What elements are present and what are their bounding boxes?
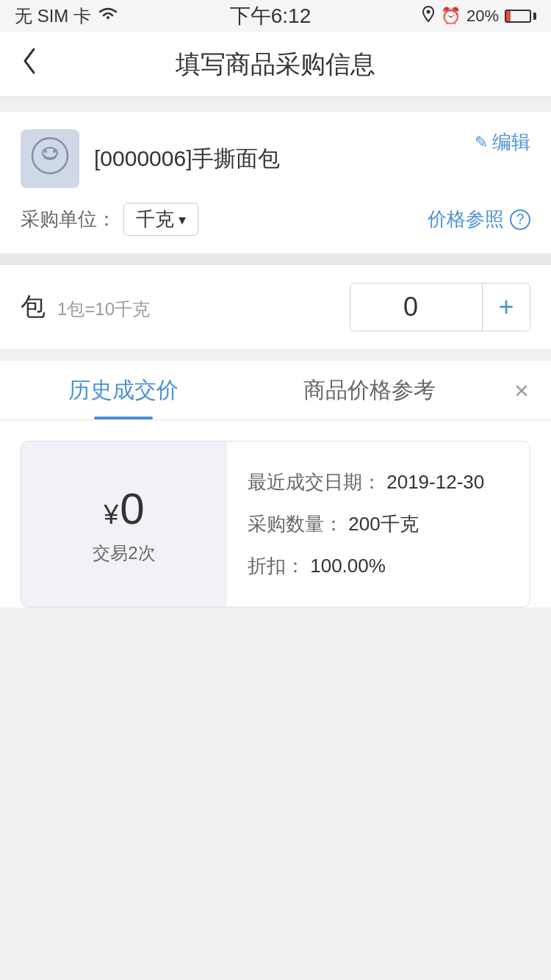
discount-label: 折扣：	[248, 555, 305, 577]
product-card: [0000006]手撕面包 ✎ 编辑 采购单位： 千克 ▾ 价格参照 ?	[0, 112, 551, 253]
tabs-header: 历史成交价 商品价格参考 ×	[0, 361, 551, 420]
discount-row: 折扣： 100.00%	[248, 552, 509, 580]
wifi-icon	[97, 6, 119, 26]
tab-historical-price[interactable]: 历史成交价	[0, 361, 246, 419]
status-bar: 无 SIM 卡 下午6:12 ⏰ 20%	[0, 0, 551, 32]
unit-label-group: 采购单位： 千克 ▾	[21, 203, 198, 236]
currency-symbol: ¥	[104, 500, 118, 530]
product-footer: 采购单位： 千克 ▾ 价格参照 ?	[21, 203, 530, 236]
svg-point-1	[32, 138, 68, 173]
price-details-panel: 最近成交日期： 2019-12-30 采购数量： 200千克 折扣： 100.0…	[227, 442, 530, 607]
edit-button[interactable]: ✎ 编辑	[475, 129, 530, 155]
page-footer	[0, 628, 551, 980]
battery-percent: 20%	[467, 7, 499, 26]
price-number: 0	[120, 483, 144, 534]
quantity-hint: 1包=10千克	[57, 298, 150, 321]
edit-label: 编辑	[492, 129, 530, 155]
discount-value: 100.00%	[310, 555, 386, 577]
price-ref-help-icon: ?	[510, 209, 530, 230]
product-header: [0000006]手撕面包 ✎ 编辑	[21, 129, 530, 188]
back-button[interactable]	[21, 46, 38, 82]
quantity-row: 包 1包=10千克 +	[0, 265, 551, 349]
tab-product-price-ref[interactable]: 商品价格参考	[246, 361, 492, 419]
quantity-unit-info: 包 1包=10千克	[21, 290, 150, 324]
status-right: ⏰ 20%	[422, 6, 536, 26]
quantity-value: 200千克	[348, 513, 418, 535]
price-ref-label: 价格参照	[428, 206, 504, 232]
unit-value: 千克	[136, 206, 174, 232]
location-icon	[422, 6, 435, 26]
svg-point-4	[53, 150, 56, 153]
section-divider	[0, 253, 551, 265]
unit-selector[interactable]: 千克 ▾	[123, 203, 198, 236]
svg-point-3	[44, 150, 47, 153]
recent-date-label: 最近成交日期：	[248, 471, 381, 493]
help-icon: ?	[516, 211, 524, 228]
battery-icon	[505, 10, 536, 23]
product-left: [0000006]手撕面包	[21, 129, 280, 188]
price-reference-link[interactable]: 价格参照 ?	[428, 206, 530, 232]
quantity-plus-button[interactable]: +	[483, 284, 530, 331]
product-name: [0000006]手撕面包	[94, 143, 280, 174]
time-display: 下午6:12	[230, 2, 311, 30]
quantity-label: 采购数量：	[248, 513, 343, 535]
alarm-icon: ⏰	[441, 7, 461, 26]
purchase-quantity-row: 采购数量： 200千克	[248, 510, 509, 538]
price-info-card: ¥ 0 交易2次 最近成交日期： 2019-12-30 采购数量： 200千克 …	[21, 441, 530, 608]
svg-point-0	[426, 10, 430, 14]
trades-count: 交易2次	[93, 541, 155, 565]
svg-point-2	[43, 148, 57, 158]
price-summary-panel: ¥ 0 交易2次	[21, 442, 227, 607]
quantity-unit: 包	[21, 290, 46, 324]
unit-label-text: 采购单位：	[21, 206, 116, 232]
tab-historical-label: 历史成交价	[68, 375, 179, 406]
page-title: 填写商品采购信息	[176, 48, 375, 82]
nav-bar: 填写商品采购信息	[0, 32, 551, 97]
quantity-control: +	[350, 283, 530, 331]
tabs-panel: 历史成交价 商品价格参考 × ¥ 0 交易2次 最近成交日期： 2019-12-…	[0, 361, 551, 608]
product-logo-icon	[31, 137, 69, 181]
product-thumbnail	[21, 129, 79, 188]
tab-product-label: 商品价格参考	[303, 375, 436, 406]
recent-date-row: 最近成交日期： 2019-12-30	[248, 468, 509, 497]
tab-active-indicator	[94, 417, 153, 419]
sim-status: 无 SIM 卡	[15, 4, 91, 28]
close-icon: ×	[514, 376, 529, 405]
quantity-input[interactable]	[350, 284, 483, 331]
edit-icon: ✎	[475, 133, 488, 152]
tabs-close-button[interactable]: ×	[492, 361, 551, 419]
price-display: ¥ 0	[104, 483, 144, 534]
dropdown-arrow-icon: ▾	[179, 211, 186, 228]
status-left: 无 SIM 卡	[15, 4, 119, 28]
recent-date-value: 2019-12-30	[386, 471, 484, 493]
